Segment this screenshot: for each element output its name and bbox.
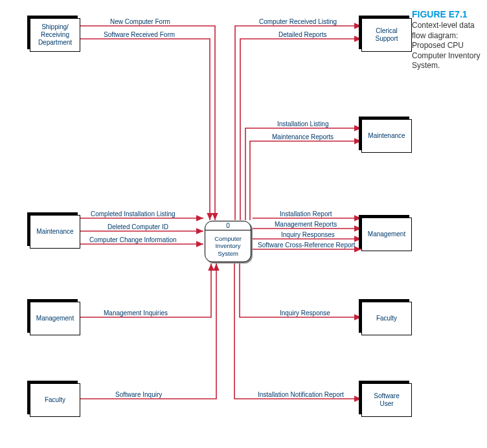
figure-caption: Context-level data flow diagram: Propose… <box>412 21 484 71</box>
entity-faculty-left: Faculty <box>30 383 80 417</box>
entity-software-user: SoftwareUser <box>361 383 412 417</box>
figure-number: FIGURE E7.1 <box>412 9 468 19</box>
entity-clerical-support: ClericalSupport <box>361 18 412 52</box>
flow-inquiry-response: Inquiry Response <box>280 309 330 317</box>
entity-shipping-receiving: Shipping/ReceivingDepartment <box>30 18 80 52</box>
flow-management-inquiries: Management Inquiries <box>104 309 168 317</box>
flow-installation-listing: Installation Listing <box>277 120 329 128</box>
flow-software-cross-reference-report: Software Cross-Reference Report <box>258 241 356 249</box>
entity-management-left: Management <box>30 302 80 335</box>
flow-inquiry-responses: Inquiry Responses <box>281 231 335 238</box>
flow-installation-notification-report: Installation Notification Report <box>258 391 344 398</box>
entity-maintenance-left: Maintenance <box>30 215 80 249</box>
flow-new-computer-form: New Computer Form <box>110 18 170 25</box>
process-computer-inventory-system: 0 Computer Inventory System <box>205 221 251 262</box>
flow-installation-report: Installation Report <box>280 210 332 218</box>
entity-faculty-right: Faculty <box>361 302 412 335</box>
flow-computer-received-listing: Computer Received Listing <box>259 18 337 25</box>
entity-management-right: Management <box>361 218 412 251</box>
flow-completed-installation-listing: Completed Installation Listing <box>91 210 176 218</box>
flow-software-received-form: Software Received Form <box>104 31 175 38</box>
flow-detailed-reports: Detailed Reports <box>278 31 326 38</box>
process-number: 0 <box>205 221 251 230</box>
flow-computer-change-information: Computer Change Information <box>89 236 177 243</box>
entity-maintenance-right: Maintenance <box>361 119 412 153</box>
flow-management-reports: Management Reports <box>275 221 337 228</box>
flow-deleted-computer-id: Deleted Computer ID <box>108 223 168 230</box>
flow-maintenance-reports: Maintenance Reports <box>272 133 334 140</box>
process-label: Computer Inventory System <box>205 230 251 262</box>
flow-software-inquiry: Software Inquiry <box>115 391 162 398</box>
